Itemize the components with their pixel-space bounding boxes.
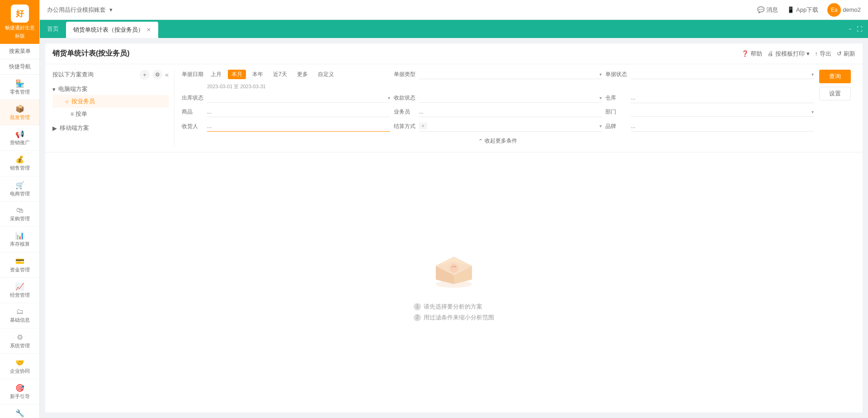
print-btn[interactable]: 🖨 按模板打印 ▾ — [768, 50, 810, 58]
sidebar-item-apps[interactable]: 🔧 应用中心 — [0, 404, 39, 418]
filter-cell-doctype: 单据类型 ▾ — [394, 70, 602, 79]
date-btn-7days[interactable]: 近7天 — [269, 70, 291, 79]
settings-btn[interactable]: 设置 — [819, 87, 851, 100]
date-range-display: 2023-03-01 至 2023-03-31 — [182, 83, 814, 90]
logo-text: 畅捷通好生意 — [5, 24, 35, 31]
message-btn[interactable]: 💬 消息 — [757, 6, 778, 14]
dept-select[interactable]: ▾ — [631, 108, 814, 117]
sidebar-item-sales[interactable]: 💰 销售管理 — [0, 151, 39, 176]
empty-tip-2: 2 用过滤条件来缩小分析范围 — [414, 314, 494, 322]
salesperson-label: 业务员 — [394, 108, 416, 116]
export-btn[interactable]: ↑ 导出 — [815, 50, 832, 58]
scheme-group-mobile-header[interactable]: ▶ 移动端方案 — [52, 122, 169, 134]
warehouse-input[interactable] — [631, 93, 814, 103]
empty-box-svg — [427, 241, 481, 295]
logo-icon: 好 — [11, 5, 29, 23]
date-btn-lastmonth[interactable]: 上月 — [207, 70, 225, 79]
sidebar-item-marketing[interactable]: 📢 营销推广 — [0, 125, 39, 151]
sidebar-item-purchase[interactable]: 🛍 采购管理 — [0, 202, 39, 227]
tab-home-label: 首页 — [47, 25, 59, 33]
inventory-icon: 📊 — [15, 231, 24, 240]
system-icon: ⚙ — [17, 333, 23, 342]
marketing-label: 营销推广 — [10, 139, 30, 146]
sidebar-item-finance[interactable]: 💳 资金管理 — [0, 252, 39, 278]
paystatus-select[interactable]: ▾ — [419, 94, 602, 103]
doctype-label: 单据类型 — [394, 71, 416, 78]
sidebar-item-system[interactable]: ⚙ 系统管理 — [0, 328, 39, 354]
quick-nav[interactable]: 快捷导航 — [0, 59, 39, 75]
scheme-panel: 按以下方案查询 ＋ ⚙ « ▾ 电脑端方案 — [52, 70, 175, 147]
salesperson-input[interactable] — [419, 107, 602, 117]
filter-cell-brand: 品牌 — [605, 121, 814, 132]
sidebar-item-ecommerce[interactable]: 🛒 电商管理 — [0, 176, 39, 202]
filter-layout: 按以下方案查询 ＋ ⚙ « ▾ 电脑端方案 — [52, 70, 855, 147]
product-label: 商品 — [182, 108, 204, 116]
add-scheme-btn[interactable]: ＋ — [140, 70, 150, 80]
finance-icon: 💳 — [15, 257, 24, 266]
header-right: 💬 消息 📱 App下载 Ea demo2 — [757, 3, 861, 17]
product-input[interactable] — [207, 107, 390, 117]
base-label: 基础信息 — [10, 317, 30, 323]
filter-fields: 单据日期 上月 本月 本年 近7天 更多 自定义 — [182, 70, 814, 147]
filter-row-2: 出库状态 ▾ 收款状态 — [182, 93, 814, 103]
recipient-input[interactable] — [207, 121, 390, 132]
doc-scheme-icon: ≡ — [71, 111, 74, 117]
outstatus-select[interactable]: ▾ — [207, 94, 390, 103]
scheme-item-by-doc[interactable]: ≡ 按单 — [52, 108, 169, 120]
recipient-label: 收货人 — [182, 123, 204, 130]
tab-sales-stat[interactable]: 销货单统计表（按业务员） ✕ — [66, 22, 158, 38]
sidebar-item-operation[interactable]: 📈 经营管理 — [0, 278, 39, 303]
collapse-scheme-btn[interactable]: « — [165, 71, 169, 78]
scheme-header: 按以下方案查询 ＋ ⚙ « — [52, 70, 169, 80]
dept-arrow: ▾ — [811, 109, 814, 114]
brand-input[interactable] — [631, 121, 814, 132]
sidebar-item-inventory[interactable]: 📊 库存核算 — [0, 227, 39, 252]
sidebar-item-retail[interactable]: 🏪 零售管理 — [0, 75, 39, 100]
paystatus-label: 收款状态 — [394, 94, 416, 102]
scheme-actions: ＋ ⚙ « — [140, 70, 169, 80]
outstatus-label: 出库状态 — [182, 94, 204, 102]
tab-close-btn[interactable]: ✕ — [146, 27, 151, 33]
page-header: 销货单统计表(按业务员) ❓ 帮助 🖨 按模板打印 ▾ ↑ 导出 — [45, 43, 863, 64]
filter-row-4: 收货人 结算方式 × — [182, 121, 814, 132]
query-btn[interactable]: 查询 — [819, 70, 851, 83]
app-logo[interactable]: 好 畅捷通好生意 标版 — [0, 0, 39, 44]
docstatus-select[interactable]: ▾ — [631, 70, 814, 79]
page-actions: ❓ 帮助 🖨 按模板打印 ▾ ↑ 导出 ↺ 刷新 — [741, 50, 856, 58]
collapse-btn-label: 收起更多条件 — [485, 137, 517, 145]
date-btn-custom[interactable]: 自定义 — [314, 70, 338, 79]
date-btn-thismonth[interactable]: 本月 — [228, 70, 246, 79]
collapse-up-icon: ⌃ — [478, 138, 483, 144]
purchase-label: 采购管理 — [10, 215, 30, 222]
scheme-item-by-salesperson[interactable]: ○ 按业务员 — [52, 95, 169, 108]
doctype-select[interactable]: ▾ — [419, 70, 602, 79]
help-btn[interactable]: ❓ 帮助 — [741, 50, 762, 58]
collapse-filters-btn[interactable]: ⌃ 收起更多条件 — [473, 135, 523, 147]
sidebar-item-base[interactable]: 🗂 基础信息 — [0, 303, 39, 328]
tab-expand[interactable]: － ⛶ — [842, 25, 868, 33]
sidebar-item-wholesale[interactable]: 📦 批发管理 — [0, 100, 39, 125]
refresh-btn[interactable]: ↺ 刷新 — [837, 50, 855, 58]
tab-home[interactable]: 首页 — [40, 20, 66, 38]
app-download-btn[interactable]: 📱 App下载 — [787, 6, 818, 14]
filter-row-1: 单据日期 上月 本月 本年 近7天 更多 自定义 — [182, 70, 814, 79]
date-btn-more[interactable]: 更多 — [293, 70, 311, 79]
filter-cell-dept: 部门 ▾ — [605, 108, 814, 117]
inventory-label: 库存核算 — [10, 241, 30, 247]
scheme-group-desktop-header[interactable]: ▾ 电脑端方案 — [52, 83, 169, 95]
date-btn-thisyear[interactable]: 本年 — [249, 70, 267, 79]
docstatus-arrow: ▾ — [811, 72, 814, 77]
user-menu[interactable]: Ea demo2 — [827, 3, 861, 17]
filter-cell-paystatus: 收款状态 ▾ — [394, 94, 602, 103]
system-label: 系统管理 — [10, 342, 30, 349]
sidebar-item-coop[interactable]: 🤝 企业协同 — [0, 354, 39, 379]
edit-scheme-btn[interactable]: ⚙ — [152, 70, 162, 80]
base-icon: 🗂 — [16, 308, 24, 316]
search-menu[interactable]: 搜索菜单 — [0, 44, 39, 59]
scheme-title: 按以下方案查询 — [52, 71, 94, 79]
sidebar-nav: 🏪 零售管理 📦 批发管理 📢 营销推广 💰 销售管理 🛒 电商管理 🛍 采购管… — [0, 75, 39, 418]
settlement-select[interactable]: × ▾ — [419, 121, 602, 132]
sidebar-item-newbie[interactable]: 🎯 新手引导 — [0, 379, 39, 404]
brand-label: 品牌 — [605, 123, 628, 130]
settlement-tag-close[interactable]: × — [422, 124, 425, 128]
